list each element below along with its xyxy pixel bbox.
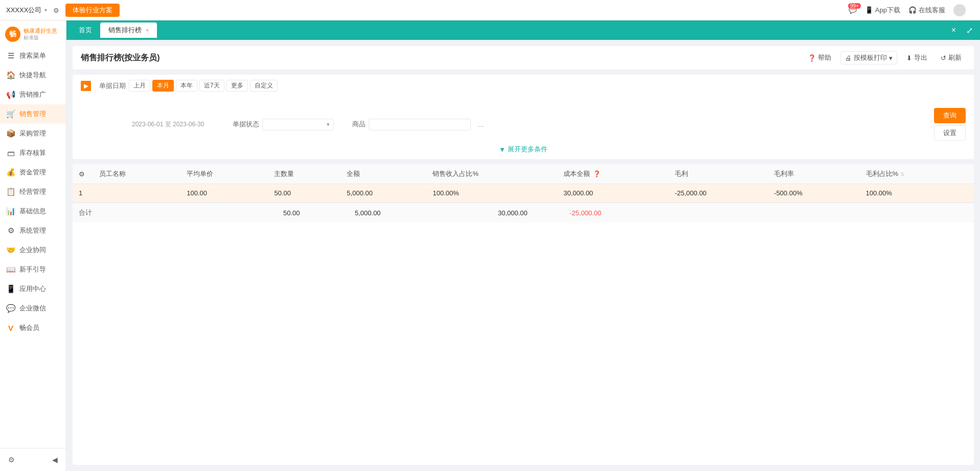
sidebar-label-base: 基础信息 xyxy=(19,207,46,216)
tab-bar: 首页 销售排行榜 × × ⤢ xyxy=(66,20,980,40)
print-button[interactable]: 🖨 按模板打印 ▾ xyxy=(840,51,897,64)
sidebar: 畅 畅康通好生意 标准版 ☰ 搜索菜单 🏠 快捷导航 📢 营销推广 🛒 销售管理… xyxy=(0,20,66,471)
th-sales-pct: 销售收入占比% xyxy=(426,164,557,184)
sidebar-label-system: 系统管理 xyxy=(19,226,46,235)
sidebar-collapse-button[interactable]: ◀ xyxy=(50,454,60,466)
wechat-icon: 💬 xyxy=(6,304,15,313)
table-container: ⚙ 员工名称 平均单价 主数量 全额 销售收入占比% 成本全额 ❓ 毛利 毛利率 xyxy=(73,164,974,465)
footer-main-qty: 50.00 xyxy=(283,209,324,217)
sidebar-item-vip[interactable]: V 畅会员 xyxy=(0,318,66,338)
th-gross-pct: 毛利占比% ⇅ xyxy=(860,164,974,184)
top-bar-right: 💬 99+ 📱 App下载 🎧 在线客服 xyxy=(849,4,974,16)
message-button[interactable]: 💬 99+ xyxy=(849,6,857,14)
table-footer: 合计 50.00 5,000.00 30,000.00 -25,000.00 xyxy=(73,203,974,222)
table-header-row: ⚙ 员工名称 平均单价 主数量 全额 销售收入占比% 成本全额 ❓ 毛利 毛利率 xyxy=(73,164,974,184)
sidebar-item-marketing[interactable]: 📢 营销推广 xyxy=(0,85,66,104)
print-label: 按模板打印 xyxy=(854,53,887,62)
th-settings[interactable]: ⚙ xyxy=(73,164,93,184)
operations-icon: 📋 xyxy=(6,187,15,196)
export-button[interactable]: ⬇ 导出 xyxy=(902,51,931,64)
print-chevron-icon: ▾ xyxy=(889,54,893,62)
expand-more-button[interactable]: ▼ 展开更多条件 xyxy=(499,145,548,154)
company-selector[interactable]: XXXXX公司 ▾ xyxy=(6,6,47,15)
date-buttons: 上月 本月 本年 近7天 更多 自定义 xyxy=(129,80,278,92)
online-service-button[interactable]: 🎧 在线客服 xyxy=(908,6,945,15)
status-select[interactable] xyxy=(262,119,334,130)
base-icon: 📊 xyxy=(6,207,15,216)
query-button[interactable]: 查询 xyxy=(934,108,966,123)
cell-main-qty: 50.00 xyxy=(268,184,340,203)
avatar[interactable] xyxy=(953,4,966,16)
help-button[interactable]: ❓ 帮助 xyxy=(804,51,835,64)
logo-sub-text: 标准版 xyxy=(24,34,57,41)
expand-filters-button[interactable]: ▶ xyxy=(81,81,91,91)
sidebar-item-enterprise[interactable]: 🤝 企业协同 xyxy=(0,240,66,260)
footer-cost-amount: 30,000.00 xyxy=(498,209,539,217)
vip-icon: V xyxy=(6,324,15,332)
sidebar-item-sales[interactable]: 🛒 销售管理 xyxy=(0,104,66,124)
sidebar-item-wechat[interactable]: 💬 企业微信 xyxy=(0,299,66,318)
sidebar-label-search: 搜索菜单 xyxy=(19,51,46,60)
cell-gross-profit: -25,000.00 xyxy=(669,184,768,203)
prev-month-button[interactable]: 上月 xyxy=(129,80,150,92)
sidebar-item-apps[interactable]: 📱 应用中心 xyxy=(0,279,66,299)
goods-label: 商品 xyxy=(352,120,366,129)
total-label: 合计 xyxy=(79,209,92,216)
sidebar-label-operations: 经营管理 xyxy=(19,187,46,196)
sidebar-settings-button[interactable]: ⚙ xyxy=(6,454,17,466)
gear-icon: ⚙ xyxy=(53,7,59,14)
cell-cost-amount: 30,000.00 xyxy=(557,184,669,203)
sidebar-item-base[interactable]: 📊 基础信息 xyxy=(0,201,66,221)
date-range-display: 2023-06-01 至 2023-06-30 xyxy=(132,121,204,128)
cost-help-icon[interactable]: ❓ xyxy=(593,170,601,177)
sidebar-item-guide[interactable]: 📖 新手引导 xyxy=(0,260,66,279)
sidebar-item-inventory[interactable]: 🗃 库存核算 xyxy=(0,143,66,163)
window-expand-button[interactable]: ⤢ xyxy=(963,25,976,36)
sidebar-item-search[interactable]: ☰ 搜索菜单 xyxy=(0,46,66,65)
goods-more-button[interactable]: ... xyxy=(474,120,488,129)
help-icon: ❓ xyxy=(808,54,816,62)
sidebar-label-apps: 应用中心 xyxy=(19,284,46,294)
logo-text-area: 畅康通好生意 标准版 xyxy=(24,27,57,41)
table-settings-button[interactable]: 设置 xyxy=(934,125,966,141)
custom-date-button[interactable]: 自定义 xyxy=(250,80,278,92)
this-month-button[interactable]: 本月 xyxy=(152,80,174,92)
sidebar-item-purchase[interactable]: 📦 采购管理 xyxy=(0,124,66,143)
footer-amount: 5,000.00 xyxy=(355,209,396,217)
page-actions: ❓ 帮助 🖨 按模板打印 ▾ ⬇ 导出 ↺ 刷新 xyxy=(804,51,966,64)
window-close-button[interactable]: × xyxy=(948,25,959,36)
tab-sales-ranking[interactable]: 销售排行榜 × xyxy=(100,23,157,38)
settings-gear-button[interactable]: ⚙ xyxy=(51,4,61,16)
logo-icon: 畅 xyxy=(5,27,20,42)
tab-sales-label: 销售排行榜 xyxy=(108,26,142,35)
footer-label: 合计 xyxy=(79,208,181,217)
inventory-icon: 🗃 xyxy=(6,149,15,158)
trial-plan-button[interactable]: 体验行业方案 xyxy=(65,4,120,17)
sidebar-label-inventory: 库存核算 xyxy=(19,148,46,158)
sidebar-item-operations[interactable]: 📋 经营管理 xyxy=(0,182,66,201)
page-content: 销售排行榜(按业务员) ❓ 帮助 🖨 按模板打印 ▾ ⬇ 导出 xyxy=(66,40,980,471)
th-avg-price: 平均单价 xyxy=(180,164,268,184)
cell-gross-margin: -500.00% xyxy=(768,184,859,203)
sales-icon: 🛒 xyxy=(6,109,15,119)
goods-input[interactable] xyxy=(369,119,471,130)
sidebar-item-system[interactable]: ⚙ 系统管理 xyxy=(0,221,66,240)
app-download-button[interactable]: 📱 App下载 xyxy=(865,6,900,15)
this-year-button[interactable]: 本年 xyxy=(176,80,197,92)
refresh-button[interactable]: ↺ 刷新 xyxy=(937,51,966,64)
sidebar-label-marketing: 营销推广 xyxy=(19,90,46,99)
export-label: 导出 xyxy=(914,53,927,62)
last7days-button[interactable]: 近7天 xyxy=(199,80,224,92)
help-label: 帮助 xyxy=(818,53,831,62)
more-date-button[interactable]: 更多 xyxy=(226,80,248,92)
goods-filter: 商品 ... xyxy=(352,119,488,130)
tab-home[interactable]: 首页 xyxy=(71,23,100,38)
sidebar-item-quick-nav[interactable]: 🏠 快捷导航 xyxy=(0,65,66,85)
tab-close-icon[interactable]: × xyxy=(146,27,149,33)
app-download-label: App下载 xyxy=(875,6,900,15)
sidebar-label-enterprise: 企业协同 xyxy=(19,245,46,255)
table-row: 1 100.00 50.00 5,000.00 100.00% 30,000.0… xyxy=(73,184,974,203)
cell-name xyxy=(93,184,180,203)
sidebar-item-finance[interactable]: 💰 资金管理 xyxy=(0,163,66,182)
gross-pct-sort-icon[interactable]: ⇅ xyxy=(900,171,904,177)
